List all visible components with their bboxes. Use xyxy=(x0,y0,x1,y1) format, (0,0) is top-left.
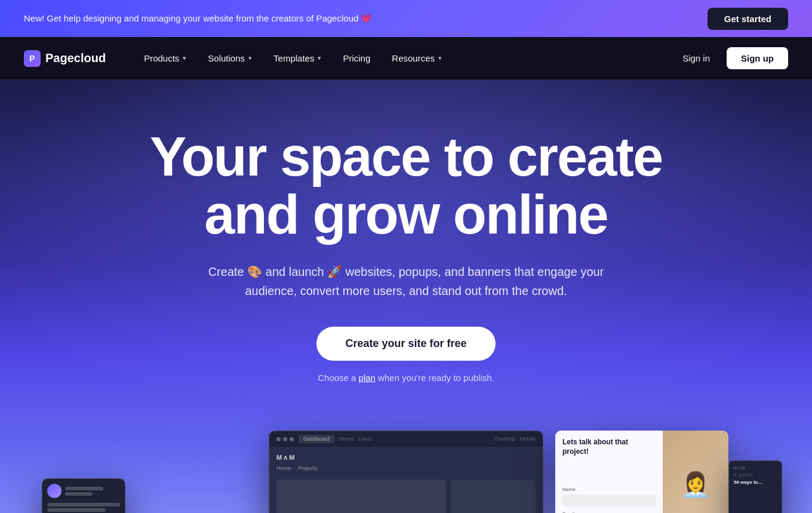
announcement-bar: New! Get help designing and managing you… xyxy=(0,0,812,37)
chat-form: Name Email xyxy=(562,487,656,513)
hero-footnote: Choose a plan when you're ready to publi… xyxy=(318,373,494,383)
chat-person-image: 👩‍💼 xyxy=(663,431,728,513)
browser-toolbar: Dashboard Home Users Desktop Mobile xyxy=(269,431,543,447)
content-block xyxy=(276,480,446,513)
logo[interactable]: P Pagecloud xyxy=(24,50,106,67)
browser-dots xyxy=(276,437,294,441)
screen-nav-bar: Home Projects xyxy=(276,465,536,471)
dot-yellow xyxy=(283,437,287,441)
navbar: P Pagecloud Products ▾ Solutions ▾ Templ… xyxy=(0,37,812,80)
content-block xyxy=(451,480,536,513)
screen-left xyxy=(42,478,125,513)
sign-up-button[interactable]: Sign up xyxy=(727,47,788,69)
chevron-down-icon: ▾ xyxy=(183,54,186,62)
nav-links: Products ▾ Solutions ▾ Templates ▾ Prici… xyxy=(134,48,673,68)
dot-green xyxy=(290,437,294,441)
nav-item-products[interactable]: Products ▾ xyxy=(134,48,196,68)
nav-item-solutions[interactable]: Solutions ▾ xyxy=(198,48,262,68)
ebook-label: M∧M xyxy=(734,466,777,471)
ebook-title: 50 ways to... xyxy=(734,480,777,486)
chat-image: 👩‍💼 xyxy=(663,431,728,513)
line-decoration xyxy=(65,492,93,496)
ebook-subtitle: E-BOOK xyxy=(734,473,777,477)
announcement-cta-button[interactable]: Get started xyxy=(708,8,788,30)
dot-red xyxy=(276,437,281,441)
logo-text: Pagecloud xyxy=(45,51,106,65)
line-decoration xyxy=(47,508,106,512)
screens-container: Dashboard Home Users Desktop Mobile M∧M … xyxy=(24,419,788,513)
screen-brand: M∧M xyxy=(276,454,536,462)
nav-item-pricing[interactable]: Pricing xyxy=(333,48,380,68)
line-decoration xyxy=(47,503,120,506)
lines-group xyxy=(47,503,120,513)
plan-link[interactable]: plan xyxy=(359,373,376,383)
screen-content-blocks xyxy=(276,480,536,513)
avatar-row xyxy=(47,484,120,498)
screen-center: Dashboard Home Users Desktop Mobile M∧M … xyxy=(269,431,543,513)
avatar xyxy=(47,484,61,498)
hero-title: Your space to create and grow online xyxy=(150,128,662,243)
line-decoration xyxy=(65,487,103,490)
screen-ebook: M∧M E-BOOK 50 ways to... xyxy=(728,460,782,513)
nav-item-templates[interactable]: Templates ▾ xyxy=(264,48,331,68)
screen-center-content: M∧M Home Projects xyxy=(269,447,543,513)
hero-subtitle: Create 🎨 and launch 🚀 websites, popups, … xyxy=(197,262,615,300)
nav-auth: Sign in Sign up xyxy=(673,47,788,69)
chat-name-input xyxy=(562,494,656,506)
chevron-down-icon: ▾ xyxy=(318,54,321,62)
sign-in-link[interactable]: Sign in xyxy=(673,48,719,68)
hero-cta-button[interactable]: Create your site for free xyxy=(316,327,495,361)
nav-item-resources[interactable]: Resources ▾ xyxy=(382,48,451,68)
announcement-text: New! Get help designing and managing you… xyxy=(24,13,373,24)
chat-content: Lets talk about that project! Name Email xyxy=(555,431,663,513)
logo-icon: P xyxy=(24,50,41,67)
hero-section: Your space to create and grow online Cre… xyxy=(0,80,812,513)
chevron-down-icon: ▾ xyxy=(438,54,442,62)
chevron-down-icon: ▾ xyxy=(248,54,252,62)
screen-chat-popup: Lets talk about that project! Name Email… xyxy=(555,431,728,513)
chat-title: Lets talk about that project! xyxy=(562,438,656,456)
